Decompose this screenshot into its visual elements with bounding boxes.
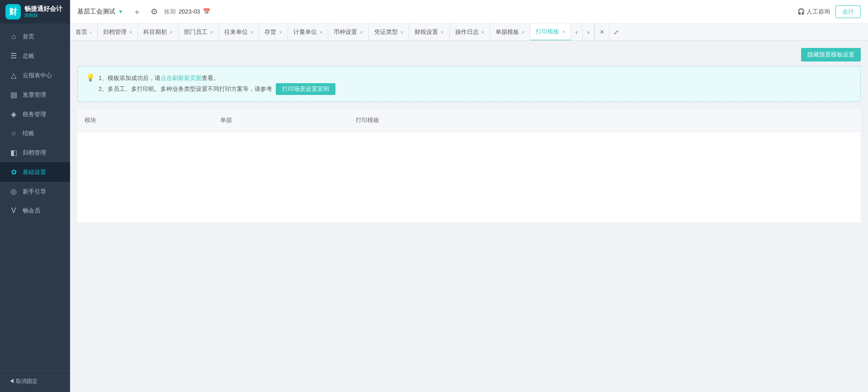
sidebar-item-label: 畅会员 bbox=[23, 207, 40, 215]
headset-icon: 🎧 bbox=[797, 8, 805, 15]
sidebar-item-basic[interactable]: ✿ 基础设置 bbox=[0, 162, 70, 182]
sidebar-item-guide[interactable]: ◎ 新手引导 bbox=[0, 182, 70, 201]
print-scene-button[interactable]: 打印场景设置宣明 bbox=[276, 83, 335, 95]
notice-line-2: 2、多员工、多打印机、多种业务类型设置不同打印方案等，请参考 打印场景设置宣明 bbox=[99, 83, 852, 95]
account-button[interactable]: 会计 bbox=[835, 5, 861, 18]
company-selector[interactable]: 基层工会测试 ▼ bbox=[77, 8, 123, 16]
sidebar-item-label: 基础设置 bbox=[23, 168, 46, 176]
tab-close-icon[interactable]: × bbox=[320, 29, 322, 35]
tab-counterpart[interactable]: 往来单位 × bbox=[219, 24, 259, 41]
notice-line2-prefix: 2、多员工、多打印机、多种业务类型设置不同打印方案等，请参考 bbox=[99, 85, 272, 92]
add-tab-button[interactable]: ＋ bbox=[131, 5, 143, 18]
column-module: 模块 bbox=[77, 113, 213, 127]
sidebar-logo: 财 畅捷通好会计 旗舰版 bbox=[0, 0, 70, 24]
sidebar-item-reports[interactable]: △ 云报表中心 bbox=[0, 66, 70, 85]
sidebar-item-label: 首页 bbox=[23, 33, 34, 41]
tab-label: 往来单位 bbox=[224, 28, 248, 36]
sidebar-unpin-button[interactable]: ◀ 取消固定 bbox=[0, 370, 70, 392]
sidebar-item-ledger[interactable]: ☰ 总账 bbox=[0, 46, 70, 66]
tabs-expand-button[interactable]: ⤢ bbox=[609, 24, 623, 41]
tab-close-icon[interactable]: × bbox=[522, 29, 524, 35]
notice-line-1: 1、模板添加成功后，请点击刷新新页面查看。 bbox=[99, 73, 852, 83]
period-label: 账期 bbox=[164, 8, 176, 16]
tab-voucher-type[interactable]: 凭证类型 × bbox=[369, 24, 409, 41]
tab-tax-setting[interactable]: 财税设置 × bbox=[409, 24, 449, 41]
sidebar-item-invoice[interactable]: ▤ 发票管理 bbox=[0, 85, 70, 104]
tab-currency[interactable]: 币种设置 × bbox=[328, 24, 368, 41]
tax-icon: ◈ bbox=[9, 110, 18, 118]
sidebar-nav: ⌂ 首页 ☰ 总账 △ 云报表中心 ▤ 发票管理 ◈ 税务管理 ○ 结账 ◧ 归… bbox=[0, 24, 70, 370]
tab-chevron-icon: ‹ bbox=[90, 29, 92, 35]
company-dropdown-icon: ▼ bbox=[118, 9, 123, 15]
account-label: 会计 bbox=[842, 8, 854, 15]
notice-box: 💡 1、模板添加成功后，请点击刷新新页面查看。 2、多员工、多打印机、多种业务类… bbox=[77, 66, 861, 102]
hide-template-button[interactable]: 隐藏预置模板设置 bbox=[801, 48, 861, 61]
tab-close-icon[interactable]: × bbox=[170, 29, 172, 35]
tab-close-icon[interactable]: × bbox=[441, 29, 443, 35]
settle-icon: ○ bbox=[9, 129, 18, 137]
notice-line1-suffix: 查看。 bbox=[202, 75, 219, 81]
table-body bbox=[77, 132, 861, 222]
sidebar-item-label: 发票管理 bbox=[23, 91, 46, 99]
main-area: 基层工会测试 ▼ ＋ ⚙ 账期 2023-03 📅 🎧 人工咨询 会计 首页 ‹ bbox=[70, 0, 868, 392]
app-title: 畅捷通好会计 bbox=[24, 5, 62, 13]
tab-unit[interactable]: 计量单位 × bbox=[288, 24, 328, 41]
tabs-next-button[interactable]: › bbox=[583, 24, 594, 41]
sidebar-item-tax[interactable]: ◈ 税务管理 bbox=[0, 104, 70, 124]
tab-single-form[interactable]: 单据模板 × bbox=[490, 24, 530, 41]
sidebar-item-archive[interactable]: ◧ 归档管理 bbox=[0, 143, 70, 162]
tab-subjects[interactable]: 科目期初 × bbox=[138, 24, 178, 41]
reports-icon: △ bbox=[9, 71, 18, 80]
period-value: 2023-03 bbox=[179, 8, 200, 15]
tab-label: 部门员工 bbox=[184, 28, 208, 36]
tab-print-tpl[interactable]: 打印模板 × bbox=[530, 24, 571, 41]
tab-close-icon[interactable]: × bbox=[360, 29, 363, 35]
home-icon: ⌂ bbox=[9, 33, 18, 41]
sidebar-item-label: 新手引导 bbox=[23, 188, 46, 196]
tabs-bar: 首页 ‹ 归档管理 × 科目期初 × 部门员工 × 往来单位 × 存货 × 计量… bbox=[70, 24, 868, 41]
sidebar-item-label: 税务管理 bbox=[23, 110, 46, 118]
app-logo-icon: 财 bbox=[5, 4, 21, 19]
notice-text: 1、模板添加成功后，请点击刷新新页面查看。 2、多员工、多打印机、多种业务类型设… bbox=[99, 73, 852, 95]
sidebar-item-settle[interactable]: ○ 结账 bbox=[0, 124, 70, 143]
tab-inventory[interactable]: 存货 × bbox=[259, 24, 288, 41]
tab-label: 财税设置 bbox=[415, 28, 438, 36]
logo-text: 畅捷通好会计 旗舰版 bbox=[24, 5, 62, 19]
column-doc: 单据 bbox=[213, 113, 349, 127]
tab-label: 币种设置 bbox=[334, 28, 357, 36]
service-button[interactable]: 🎧 人工咨询 bbox=[797, 8, 830, 16]
sidebar: 财 畅捷通好会计 旗舰版 ⌂ 首页 ☰ 总账 △ 云报表中心 ▤ 发票管理 ◈ … bbox=[0, 0, 70, 392]
guide-icon: ◎ bbox=[9, 187, 18, 196]
archive-icon: ◧ bbox=[9, 148, 18, 157]
tab-close-icon[interactable]: × bbox=[481, 29, 484, 35]
tab-close-icon[interactable]: × bbox=[562, 29, 565, 34]
tab-op-log[interactable]: 操作日志 × bbox=[450, 24, 490, 41]
tab-close-icon[interactable]: × bbox=[210, 29, 213, 35]
tabs-prev-button[interactable]: ‹ bbox=[571, 24, 583, 41]
tabs-close-all-button[interactable]: × bbox=[594, 24, 609, 41]
period-info: 账期 2023-03 📅 bbox=[164, 8, 210, 16]
notice-row: 💡 1、模板添加成功后，请点击刷新新页面查看。 2、多员工、多打印机、多种业务类… bbox=[86, 73, 852, 95]
tab-dept[interactable]: 部门员工 × bbox=[179, 24, 219, 41]
service-label: 人工咨询 bbox=[807, 8, 830, 16]
tab-label: 单据模板 bbox=[495, 28, 519, 36]
sidebar-item-member[interactable]: V 畅会员 bbox=[0, 201, 70, 220]
content-area: 隐藏预置模板设置 💡 1、模板添加成功后，请点击刷新新页面查看。 2、多员工、多… bbox=[70, 41, 868, 392]
sidebar-item-label: 总账 bbox=[23, 52, 34, 60]
hide-template-btn-container: 隐藏预置模板设置 bbox=[77, 48, 861, 61]
tab-close-icon[interactable]: × bbox=[279, 29, 282, 35]
top-bar: 基层工会测试 ▼ ＋ ⚙ 账期 2023-03 📅 🎧 人工咨询 会计 bbox=[70, 0, 868, 24]
company-name: 基层工会测试 bbox=[77, 8, 115, 16]
tab-archive-mgmt[interactable]: 归档管理 × bbox=[98, 24, 138, 41]
notice-refresh-link[interactable]: 点击刷新新页面 bbox=[160, 75, 202, 81]
table-header: 模块 单据 打印模板 bbox=[77, 109, 861, 132]
tab-home[interactable]: 首页 ‹ bbox=[70, 24, 98, 41]
ledger-icon: ☰ bbox=[9, 52, 18, 60]
sidebar-item-home[interactable]: ⌂ 首页 bbox=[0, 27, 70, 46]
tab-close-icon[interactable]: × bbox=[250, 29, 253, 35]
settings-button[interactable]: ⚙ bbox=[148, 5, 160, 18]
calendar-icon[interactable]: 📅 bbox=[203, 8, 210, 15]
tab-close-icon[interactable]: × bbox=[401, 29, 403, 35]
tab-close-icon[interactable]: × bbox=[129, 29, 132, 35]
tab-label: 存货 bbox=[264, 28, 276, 36]
